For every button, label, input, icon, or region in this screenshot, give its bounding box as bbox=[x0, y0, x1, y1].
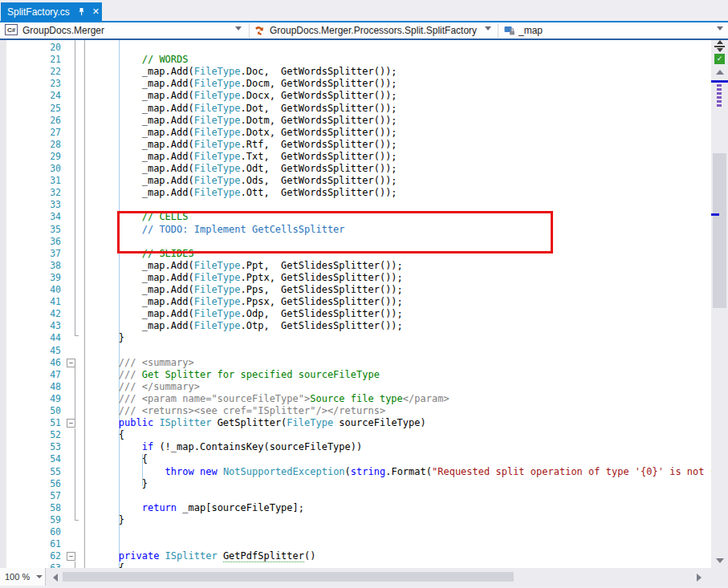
code-text: _map.Add(FileType.Doc, GetWordsSplitter(… bbox=[72, 66, 397, 78]
code-text: { bbox=[72, 562, 124, 568]
line-number: 36 bbox=[0, 236, 61, 248]
vertical-scrollbar-thumb[interactable] bbox=[713, 153, 726, 308]
code-line: 40 _map.Add(FileType.Pps, GetSlidesSplit… bbox=[0, 284, 711, 296]
line-number: 31 bbox=[0, 175, 61, 187]
dropdown-arrow-icon[interactable] bbox=[235, 26, 242, 30]
code-line: 59 } bbox=[0, 514, 711, 526]
code-line: 47 /// Get Splitter for specified source… bbox=[0, 369, 711, 381]
scrollbar-change-mark bbox=[717, 92, 722, 95]
code-editor[interactable]: 2021 // WORDS22 _map.Add(FileType.Doc, G… bbox=[0, 40, 711, 568]
code-text: if (!_map.ContainsKey(sourceFileType)) bbox=[72, 441, 362, 453]
scrollbar-change-mark bbox=[717, 96, 722, 99]
line-number: 26 bbox=[0, 115, 61, 127]
line-number: 37 bbox=[0, 248, 61, 260]
code-text: _map.Add(FileType.Odp, GetSlidesSplitter… bbox=[72, 308, 403, 320]
line-number: 63 bbox=[0, 562, 61, 568]
scrollbar-change-mark bbox=[717, 100, 722, 103]
code-line: 26 _map.Add(FileType.Dotm, GetWordsSplit… bbox=[0, 115, 711, 127]
horizontal-scrollbar-thumb[interactable] bbox=[63, 572, 514, 582]
scrollbar-caret-mark bbox=[711, 213, 719, 216]
line-number: 50 bbox=[0, 405, 61, 417]
code-text: return _map[sourceFileType]; bbox=[72, 502, 304, 514]
line-number: 46 bbox=[0, 357, 61, 369]
code-line: 49 /// <param name="sourceFileType">Sour… bbox=[0, 393, 711, 405]
line-number: 35 bbox=[0, 224, 61, 236]
code-line: 29 _map.Add(FileType.Txt, GetWordsSplitt… bbox=[0, 151, 711, 163]
code-line: 54 { bbox=[0, 453, 711, 465]
line-number: 42 bbox=[0, 308, 61, 320]
csharp-project-icon: C# bbox=[5, 24, 18, 35]
line-number: 30 bbox=[0, 163, 61, 175]
code-line: 20 bbox=[0, 42, 711, 54]
type-dropdown-label: GroupDocs.Merger.Processors.Split.SplitF… bbox=[270, 25, 477, 36]
code-text: _map.Add(FileType.Txt, GetWordsSplitter(… bbox=[72, 151, 397, 163]
line-number: 49 bbox=[0, 393, 61, 405]
line-number: 38 bbox=[0, 260, 61, 272]
code-text: _map.Add(FileType.Otp, GetSlidesSplitter… bbox=[72, 320, 403, 332]
code-line: 31 _map.Add(FileType.Ods, GetWordsSplitt… bbox=[0, 175, 711, 187]
vertical-scrollbar[interactable]: ✓ bbox=[711, 40, 728, 568]
code-text: _map.Add(FileType.Docx, GetWordsSplitter… bbox=[72, 90, 397, 102]
code-text: _map.Add(FileType.Ott, GetWordsSplitter(… bbox=[72, 187, 397, 199]
split-handle-icon[interactable] bbox=[717, 48, 723, 52]
split-handle-icon[interactable] bbox=[714, 46, 725, 47]
code-line: 57 bbox=[0, 490, 711, 502]
pin-icon[interactable] bbox=[77, 7, 86, 16]
code-line: 56 } bbox=[0, 478, 711, 490]
line-number: 25 bbox=[0, 103, 61, 115]
code-text: _map.Add(FileType.Ppsx, GetSlidesSplitte… bbox=[72, 296, 403, 308]
line-number: 39 bbox=[0, 272, 61, 284]
close-icon[interactable]: ✕ bbox=[92, 7, 100, 16]
code-line: 27 _map.Add(FileType.Dotx, GetWordsSplit… bbox=[0, 127, 711, 139]
code-line: 33 bbox=[0, 199, 711, 211]
code-line: 60 bbox=[0, 526, 711, 538]
scroll-right-arrow[interactable] bbox=[697, 574, 702, 582]
code-line: 43 _map.Add(FileType.Otp, GetSlidesSplit… bbox=[0, 320, 711, 332]
class-icon bbox=[254, 25, 266, 36]
private-field-icon bbox=[503, 24, 515, 36]
scroll-left-arrow[interactable] bbox=[53, 574, 58, 582]
scroll-down-arrow[interactable] bbox=[716, 558, 724, 563]
line-number: 55 bbox=[0, 466, 61, 478]
zoom-control[interactable]: 100 % bbox=[0, 568, 46, 586]
line-number: 52 bbox=[0, 429, 61, 441]
line-number: 53 bbox=[0, 441, 61, 453]
line-number: 21 bbox=[0, 54, 61, 66]
line-number: 32 bbox=[0, 187, 61, 199]
scrollbar-mark bbox=[711, 80, 728, 83]
line-number: 59 bbox=[0, 514, 61, 526]
dropdown-arrow-icon[interactable] bbox=[717, 26, 723, 30]
code-text: public ISplitter GetSplitter(FileType so… bbox=[72, 417, 426, 429]
line-number: 45 bbox=[0, 345, 61, 357]
scrollbar-change-mark bbox=[717, 104, 722, 107]
scroll-up-arrow[interactable] bbox=[716, 70, 724, 75]
code-text: _map.Add(FileType.Docm, GetWordsSplitter… bbox=[72, 78, 397, 90]
split-handle-icon[interactable] bbox=[716, 40, 723, 44]
dropdown-arrow-icon[interactable] bbox=[485, 26, 491, 30]
code-text: _map.Add(FileType.Odt, GetWordsSplitter(… bbox=[72, 163, 397, 175]
check-icon[interactable]: ✓ bbox=[714, 54, 725, 64]
code-text: // WORDS bbox=[72, 54, 189, 66]
code-line: 24 _map.Add(FileType.Docx, GetWordsSplit… bbox=[0, 90, 711, 102]
navbar-separator bbox=[249, 23, 250, 38]
code-text: _map.Add(FileType.Pptx, GetSlidesSplitte… bbox=[72, 272, 403, 284]
line-number: 60 bbox=[0, 526, 61, 538]
dropdown-arrow-icon[interactable] bbox=[36, 575, 43, 578]
line-number: 23 bbox=[0, 78, 61, 90]
code-line: 21 // WORDS bbox=[0, 54, 711, 66]
horizontal-scrollbar[interactable]: 100 % bbox=[0, 568, 728, 586]
scrollbar-change-mark bbox=[717, 88, 722, 91]
line-number: 43 bbox=[0, 320, 61, 332]
tab-splitfactory[interactable]: SplitFactory.cs ✕ bbox=[1, 2, 102, 21]
code-line: 42 _map.Add(FileType.Odp, GetSlidesSplit… bbox=[0, 308, 711, 320]
code-line: 44 } bbox=[0, 332, 711, 344]
line-number: 56 bbox=[0, 478, 61, 490]
line-number: 41 bbox=[0, 296, 61, 308]
line-number: 33 bbox=[0, 199, 61, 211]
line-number: 24 bbox=[0, 90, 61, 102]
code-text: { bbox=[72, 453, 148, 465]
line-number: 22 bbox=[0, 66, 61, 78]
code-line: 41 _map.Add(FileType.Ppsx, GetSlidesSpli… bbox=[0, 296, 711, 308]
code-line: 50 /// <returns><see cref="ISplitter"/><… bbox=[0, 405, 711, 417]
code-text: _map.Add(FileType.Ppt, GetSlidesSplitter… bbox=[72, 260, 403, 272]
